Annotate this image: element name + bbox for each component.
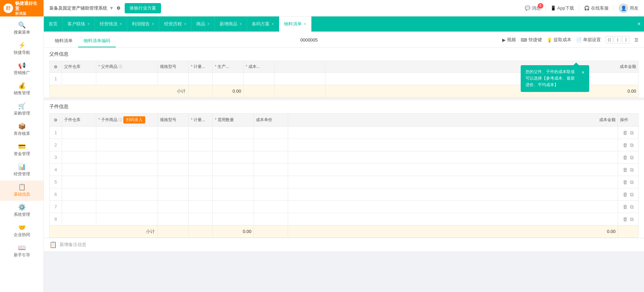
delete-btn-2[interactable]: 🗑 (623, 142, 628, 148)
th-child-settings[interactable]: ⚙ (50, 114, 62, 127)
child-unit-7[interactable] (189, 201, 213, 213)
child-unit-2[interactable] (189, 139, 213, 151)
sidebar-item-cooperation[interactable]: 🤝 企业协同 (0, 221, 44, 241)
sidebar-item-inventory[interactable]: 📦 库存核算 (0, 120, 44, 140)
tab-customers-close[interactable]: × (87, 22, 90, 26)
tab-history[interactable]: 经营历程 × (159, 16, 191, 32)
sidebar-item-marketing[interactable]: 📢 营销推广 (0, 59, 44, 79)
delete-btn-8[interactable]: 🗑 (623, 216, 628, 222)
child-unit-cost-6[interactable] (254, 188, 288, 201)
tab-products-close[interactable]: × (207, 22, 210, 26)
sidebar-item-guide[interactable]: 📖 新手引导 (0, 241, 44, 261)
sub-tab-bom-list[interactable]: 物料清单 (49, 35, 78, 47)
child-unit-cost-2[interactable] (254, 139, 288, 151)
message-btn[interactable]: 💬 消息 6 (525, 5, 541, 11)
tooltip-close-btn[interactable]: × (582, 69, 584, 76)
delete-btn-6[interactable]: 🗑 (623, 191, 628, 197)
delete-btn-4[interactable]: 🗑 (623, 167, 628, 173)
tab-history-close[interactable]: × (184, 22, 186, 26)
view-video-btn[interactable]: ▶ 视频 (502, 37, 516, 43)
child-product-6[interactable] (96, 188, 158, 201)
child-unit-cost-4[interactable] (254, 164, 288, 176)
child-unit-8[interactable] (189, 213, 213, 225)
layout-btn[interactable]: ☰ (634, 37, 639, 43)
tab-barcode[interactable]: 条码方案 × (247, 16, 279, 32)
child-product-1[interactable] (96, 127, 158, 139)
child-unit-cost-1[interactable] (254, 127, 288, 139)
sidebar-item-finance[interactable]: 💳 资金管理 (0, 140, 44, 160)
parent-warehouse-1[interactable] (62, 73, 96, 85)
child-unit-3[interactable] (189, 151, 213, 164)
child-spec-8[interactable] (158, 213, 189, 225)
extract-cost-btn[interactable]: 💡 提取成本 (547, 37, 571, 43)
tab-profit[interactable]: 利润报告 × (127, 16, 159, 32)
copy-btn-4[interactable]: ⧉ (630, 167, 634, 173)
single-settings-btn[interactable]: 📄 单据设置 (576, 37, 601, 43)
copy-btn-3[interactable]: ⧉ (630, 154, 634, 161)
copy-btn-2[interactable]: ⧉ (630, 142, 634, 148)
tab-barcode-close[interactable]: × (272, 22, 274, 26)
child-warehouse-7[interactable] (62, 201, 96, 213)
tab-bom-close[interactable]: × (304, 22, 306, 26)
child-product-4[interactable] (96, 164, 158, 176)
child-warehouse-5[interactable] (62, 176, 96, 188)
child-spec-3[interactable] (158, 151, 189, 164)
child-qty-8[interactable] (213, 213, 254, 225)
user-btn[interactable]: 👤 用友 (619, 3, 639, 13)
sidebar-item-system[interactable]: ⚙️ 系统管理 (0, 201, 44, 221)
child-unit-6[interactable] (189, 188, 213, 201)
parent-spec-1[interactable] (158, 73, 189, 85)
sidebar-item-basic-info[interactable]: 📋 基础信息 (0, 180, 44, 201)
parent-cost-1[interactable] (244, 73, 274, 85)
child-spec-4[interactable] (158, 164, 189, 176)
tab-new-product[interactable]: 新增商品 × (215, 16, 247, 32)
th-parent-settings[interactable]: ⚙ (50, 61, 62, 73)
service-btn[interactable]: 🎧 在线客服 (584, 5, 609, 11)
delete-btn-3[interactable]: 🗑 (623, 154, 628, 160)
child-unit-cost-7[interactable] (254, 201, 288, 213)
child-unit-5[interactable] (189, 176, 213, 188)
child-unit-1[interactable] (189, 127, 213, 139)
close-all-btn[interactable]: × (634, 16, 644, 32)
sidebar-item-quick-nav[interactable]: ⚡ 快捷导航 (0, 39, 44, 59)
child-qty-7[interactable] (213, 201, 254, 213)
delete-btn-1[interactable]: 🗑 (623, 130, 628, 136)
child-unit-cost-5[interactable] (254, 176, 288, 188)
child-unit-4[interactable] (189, 164, 213, 176)
child-qty-5[interactable] (213, 176, 254, 188)
child-unit-cost-8[interactable] (254, 213, 288, 225)
parent-produce-1[interactable] (213, 73, 244, 85)
child-spec-6[interactable] (158, 188, 189, 201)
add-note-text[interactable]: 新增备注信息 (60, 242, 86, 248)
child-warehouse-4[interactable] (62, 164, 96, 176)
copy-btn-5[interactable]: ⧉ (630, 179, 634, 185)
delete-btn-5[interactable]: 🗑 (623, 179, 628, 185)
child-warehouse-1[interactable] (62, 127, 96, 139)
pager-prev-prev[interactable]: ⟨⟨ (606, 36, 613, 44)
tab-operations-status[interactable]: 经营情况 × (95, 16, 127, 32)
child-qty-1[interactable] (213, 127, 254, 139)
parent-unit-1[interactable] (189, 73, 213, 85)
child-warehouse-6[interactable] (62, 188, 96, 201)
child-qty-6[interactable] (213, 188, 254, 201)
system-selector[interactable]: 装备及固定资产辅助管理系统 ▼ (49, 5, 114, 11)
child-product-2[interactable] (96, 139, 158, 151)
app-download-btn[interactable]: 📱 App下载 (550, 5, 574, 11)
copy-btn-6[interactable]: ⧉ (630, 191, 634, 198)
child-qty-3[interactable] (213, 151, 254, 164)
child-product-8[interactable] (96, 213, 158, 225)
copy-btn-1[interactable]: ⧉ (630, 130, 634, 136)
child-qty-4[interactable] (213, 164, 254, 176)
tab-profit-close[interactable]: × (152, 22, 154, 26)
tab-new-product-close[interactable]: × (239, 22, 242, 26)
sub-tab-bom-code[interactable]: 物料清单编码 (78, 35, 116, 47)
settings-icon[interactable]: ⚙ (116, 5, 121, 11)
shortcut-btn[interactable]: ⌨ 快捷键 (521, 37, 542, 43)
child-spec-7[interactable] (158, 201, 189, 213)
child-spec-1[interactable] (158, 127, 189, 139)
child-product-7[interactable] (96, 201, 158, 213)
sidebar-item-sales[interactable]: 💰 销售管理 (0, 79, 44, 100)
pager-next[interactable]: ⟩ (622, 36, 630, 44)
child-spec-5[interactable] (158, 176, 189, 188)
delete-btn-7[interactable]: 🗑 (623, 204, 628, 210)
